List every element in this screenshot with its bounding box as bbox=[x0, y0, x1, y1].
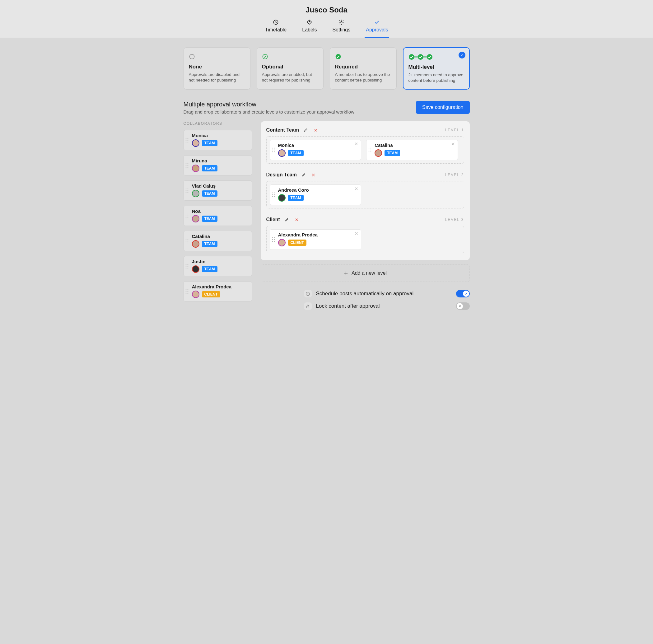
level-number-label: LEVEL 2 bbox=[445, 173, 464, 177]
collaborator-item[interactable]: Catalina TEAM bbox=[184, 231, 252, 251]
level-member-chip[interactable]: Andreea Coro TEAM bbox=[270, 185, 362, 205]
role-badge: TEAM bbox=[202, 216, 217, 222]
tab-settings[interactable]: Settings bbox=[331, 18, 352, 38]
svg-point-45 bbox=[187, 268, 188, 269]
level-title: Content Team bbox=[266, 127, 299, 133]
role-badge: TEAM bbox=[202, 241, 217, 247]
member-name: Monica bbox=[278, 142, 353, 148]
svg-point-32 bbox=[186, 217, 186, 218]
drag-handle-icon[interactable] bbox=[270, 192, 277, 197]
add-level-button[interactable]: Add a new level bbox=[261, 264, 470, 282]
svg-point-71 bbox=[274, 237, 275, 238]
lock-icon bbox=[304, 303, 312, 310]
svg-point-12 bbox=[186, 140, 186, 141]
svg-point-46 bbox=[186, 289, 186, 290]
svg-point-69 bbox=[274, 196, 275, 197]
edit-level-icon[interactable] bbox=[303, 127, 309, 133]
tab-timetable[interactable]: Timetable bbox=[264, 18, 288, 38]
card-none[interactable]: None Approvals are disabled and not need… bbox=[184, 47, 250, 90]
avatar bbox=[278, 194, 286, 201]
remove-member-icon[interactable] bbox=[354, 142, 358, 146]
gear-icon bbox=[338, 19, 344, 25]
avatar bbox=[192, 215, 199, 222]
avatar bbox=[192, 190, 199, 197]
level-drop-zone[interactable]: Alexandra Prodea CLIENT bbox=[266, 226, 464, 253]
svg-point-15 bbox=[187, 142, 188, 143]
svg-point-41 bbox=[187, 264, 188, 265]
role-badge: CLIENT bbox=[288, 240, 307, 246]
remove-member-icon[interactable] bbox=[354, 232, 358, 236]
collaborator-item[interactable]: Alexandra Prodea CLIENT bbox=[184, 281, 252, 302]
approval-mode-cards: None Approvals are disabled and not need… bbox=[184, 47, 470, 90]
svg-point-22 bbox=[186, 189, 186, 189]
drag-handle-icon[interactable] bbox=[366, 147, 373, 152]
avatar bbox=[192, 139, 199, 147]
level-drop-zone[interactable]: Monica TEAM Catalina TEAM bbox=[266, 136, 464, 164]
svg-rect-77 bbox=[307, 306, 309, 308]
toggle-lock[interactable] bbox=[456, 303, 470, 310]
delete-level-icon[interactable] bbox=[313, 127, 319, 133]
role-badge: TEAM bbox=[202, 266, 217, 272]
collaborator-item[interactable]: Monica TEAM bbox=[184, 130, 252, 150]
delete-level-icon[interactable] bbox=[311, 172, 317, 178]
toggle-schedule-row: Schedule posts automatically on approval bbox=[304, 290, 470, 297]
level-title: Client bbox=[266, 217, 280, 222]
svg-point-59 bbox=[370, 148, 371, 149]
svg-point-68 bbox=[272, 196, 273, 197]
drag-handle-icon[interactable] bbox=[184, 264, 190, 269]
svg-point-58 bbox=[369, 148, 369, 149]
card-optional[interactable]: Optional Approvals are enabled, but not … bbox=[257, 47, 323, 90]
svg-point-7 bbox=[409, 54, 414, 60]
svg-point-70 bbox=[272, 237, 273, 238]
svg-point-42 bbox=[186, 266, 186, 267]
collaborator-item[interactable]: Vlad Caluș TEAM bbox=[184, 181, 252, 201]
drag-handle-icon[interactable] bbox=[184, 163, 190, 168]
level-member-chip[interactable]: Monica TEAM bbox=[270, 140, 362, 160]
card-title: Optional bbox=[262, 64, 318, 70]
drag-handle-icon[interactable] bbox=[184, 188, 190, 193]
card-multilevel[interactable]: Multi-level 2+ members need to approve c… bbox=[403, 47, 470, 90]
remove-member-icon[interactable] bbox=[354, 187, 358, 191]
svg-point-57 bbox=[274, 151, 275, 152]
svg-point-47 bbox=[187, 289, 188, 290]
drag-handle-icon[interactable] bbox=[184, 213, 190, 218]
collaborator-item[interactable]: Justin TEAM bbox=[184, 256, 252, 276]
svg-point-55 bbox=[274, 150, 275, 150]
svg-point-56 bbox=[272, 151, 273, 152]
drag-handle-icon[interactable] bbox=[270, 237, 277, 242]
toggle-schedule[interactable] bbox=[456, 290, 470, 297]
approval-level: Design Team LEVEL 2 Andreea Coro TEAM bbox=[266, 172, 464, 209]
svg-point-52 bbox=[272, 148, 273, 149]
svg-point-21 bbox=[187, 167, 188, 168]
drag-handle-icon[interactable] bbox=[184, 138, 190, 143]
card-title: Required bbox=[335, 64, 391, 70]
role-badge: TEAM bbox=[202, 190, 217, 197]
collaborator-item[interactable]: Miruna TEAM bbox=[184, 155, 252, 175]
drag-handle-icon[interactable] bbox=[184, 289, 190, 294]
svg-point-3 bbox=[190, 54, 194, 59]
svg-point-37 bbox=[187, 241, 188, 242]
remove-member-icon[interactable] bbox=[451, 142, 455, 146]
check-chain-icon bbox=[409, 54, 433, 60]
member-name: Catalina bbox=[374, 142, 449, 148]
level-drop-zone[interactable]: Andreea Coro TEAM bbox=[266, 181, 464, 209]
collaborator-item[interactable]: Noa TEAM bbox=[184, 206, 252, 226]
level-member-chip[interactable]: Catalina TEAM bbox=[366, 140, 458, 160]
svg-point-24 bbox=[186, 190, 186, 191]
tab-approvals[interactable]: Approvals bbox=[365, 18, 389, 38]
edit-level-icon[interactable] bbox=[284, 217, 290, 223]
drag-handle-icon[interactable] bbox=[184, 239, 190, 244]
delete-level-icon[interactable] bbox=[294, 217, 300, 223]
svg-point-9 bbox=[427, 54, 432, 60]
level-member-chip[interactable]: Alexandra Prodea CLIENT bbox=[270, 229, 362, 250]
svg-point-13 bbox=[187, 140, 188, 141]
drag-handle-icon[interactable] bbox=[270, 147, 277, 152]
tab-labels[interactable]: Labels bbox=[301, 18, 318, 38]
save-button[interactable]: Save configuration bbox=[416, 101, 470, 114]
card-required[interactable]: Required A member has to approve the con… bbox=[330, 47, 397, 90]
svg-point-65 bbox=[274, 193, 275, 193]
role-badge: TEAM bbox=[202, 140, 217, 146]
edit-level-icon[interactable] bbox=[300, 172, 307, 178]
avatar bbox=[278, 239, 286, 246]
check-outline-icon bbox=[262, 53, 268, 60]
